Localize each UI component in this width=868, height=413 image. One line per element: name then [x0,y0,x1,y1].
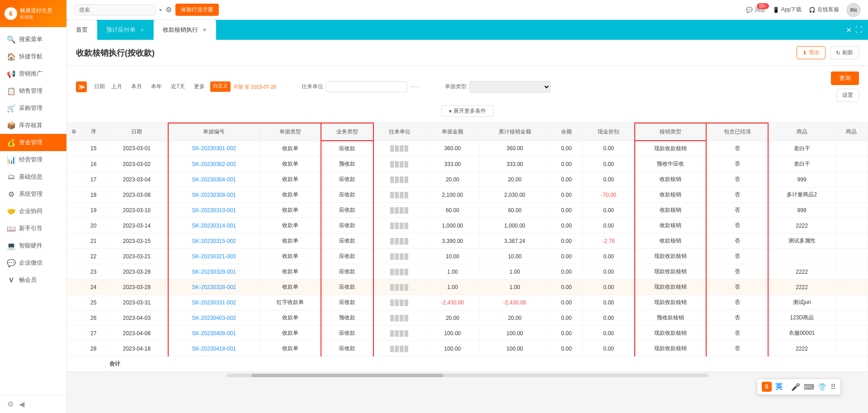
bill-no-link[interactable]: SK-20230418-001 [192,346,236,352]
bill-no-link[interactable]: SK-20230328-002 [168,280,259,295]
bill-type-filter-select[interactable] [469,81,551,93]
bill-no-link[interactable]: SK-20230301-002 [168,141,259,157]
ime-mic-icon[interactable]: 🎤 [791,383,800,391]
sidebar-item-guide[interactable]: 📖 新手引导 [0,220,66,237]
table-cell[interactable] [67,295,81,310]
bill-no-link[interactable]: SK-20230308-001 [192,192,236,198]
partner-filter-input[interactable] [326,81,407,92]
tab-prepay[interactable]: 预计应付单 ✕ [97,20,154,40]
bill-no-link[interactable]: SK-20230314-001 [192,223,236,229]
ime-bar: S 英 · 🎤 ⌨ 👕 ⠿ [757,379,841,395]
query-btn[interactable]: 查询 [831,71,859,85]
bill-no-link[interactable]: SK-20230315-002 [168,233,259,249]
ime-keyboard-icon[interactable]: ⌨ [804,383,814,391]
table-cell: 123D商品 [768,310,835,326]
ime-english-icon[interactable]: 英 [775,382,783,392]
more-date-btn[interactable]: 更多 [190,81,208,92]
bill-no-link[interactable]: SK-20230310-001 [192,207,236,214]
horizontal-scrollbar[interactable] [67,372,868,379]
bill-no-link[interactable]: SK-20230408-001 [192,330,236,337]
this-year-btn[interactable]: 本年 [147,81,165,92]
bill-no-link[interactable]: SK-20230302-002 [168,157,259,172]
more-options-icon[interactable]: ··· [410,82,420,91]
user-avatar[interactable]: Rit [846,3,861,17]
table-cell[interactable] [67,326,81,341]
table-cell[interactable] [67,249,81,264]
maximize-icon[interactable]: ⛶ [855,26,863,34]
tab-cancel-exec-close-icon[interactable]: ✕ [203,27,207,33]
bill-no-link[interactable]: SK-20230418-001 [168,341,259,356]
bill-no-link[interactable]: SK-20230301-002 [192,145,236,152]
sidebar-item-quicknav[interactable]: 🏠 快捷导航 [0,48,66,65]
settings-bottom-icon[interactable]: ⚙ [7,400,14,408]
bill-no-link[interactable]: SK-20230304-001 [168,172,259,187]
collapse-icon[interactable]: ◀ [19,400,24,408]
app-download-btn[interactable]: 📱 App下载 [773,6,802,14]
sidebar-item-purchase[interactable]: 🛒 采购管理 [0,100,66,117]
sidebar-item-wechat[interactable]: 💬 企业微信 [0,254,66,271]
sidebar-item-member[interactable]: V 畅会员 [0,271,66,289]
bill-no-link[interactable]: SK-20230314-001 [168,218,259,233]
topbar-gear-icon[interactable]: ⚙ [165,5,172,14]
bill-no-link[interactable]: SK-20230331-002 [168,295,259,310]
col-header-gear[interactable]: ⚙ [67,123,81,141]
bill-no-link[interactable]: SK-20230328-001 [192,269,236,275]
sidebar-item-label: 营销推广 [19,70,42,78]
this-month-btn[interactable]: 本月 [127,81,146,92]
bill-no-link[interactable]: SK-20230315-002 [192,238,236,244]
last-month-btn[interactable]: 上月 [108,81,126,92]
table-cell[interactable] [67,310,81,326]
col-header-bill-no: 单据编号 [168,123,259,141]
expand-conditions-btn[interactable]: ▾ 展开更多条件 [441,105,494,117]
sidebar-item-finance[interactable]: 💰 资金管理 [0,134,66,151]
industry-btn[interactable]: 体验行业方案 [175,4,219,16]
bill-no-link[interactable]: SK-20230403-002 [192,315,236,321]
last-7-days-btn[interactable]: 近7天 [167,81,189,92]
table-cell[interactable] [67,157,81,172]
sidebar-item-hardware[interactable]: 💻 智能硬件 [0,237,66,254]
bill-no-link[interactable]: SK-20230304-001 [192,176,236,183]
bill-no-link[interactable]: SK-20230408-001 [168,326,259,341]
bill-no-link[interactable]: SK-20230328-002 [192,284,236,290]
table-cell[interactable] [67,341,81,356]
close-window-icon[interactable]: ✕ [846,26,852,34]
tab-home[interactable]: 首页 [67,20,97,40]
sidebar-item-inventory[interactable]: 📦 库存核算 [0,117,66,134]
sidebar-item-search[interactable]: 🔍 搜索菜单 [0,31,66,48]
tab-cancel-exec[interactable]: 收款核销执行 ✕ [154,20,216,40]
table-cell[interactable] [67,172,81,187]
sidebar-item-basic[interactable]: 🗂 基础信息 [0,168,66,185]
sidebar-item-enterprise[interactable]: 🤝 企业协同 [0,203,66,220]
table-cell[interactable] [67,264,81,280]
tab-prepay-close-icon[interactable]: ✕ [140,27,144,33]
sidebar-item-sales[interactable]: 📋 销售管理 [0,82,66,100]
bill-no-link[interactable]: SK-20230302-002 [192,161,236,167]
table-cell[interactable] [67,187,81,203]
custom-date-btn[interactable]: 自定义 [210,81,231,92]
filter-toggle-btn[interactable]: ≫ [76,81,87,92]
bill-no-link[interactable]: SK-20230403-002 [168,310,259,326]
refresh-btn[interactable]: ↻ 刷新 [830,46,859,59]
topbar-search[interactable] [74,5,156,15]
table-cell[interactable] [67,141,81,157]
bill-no-link[interactable]: SK-20230321-003 [168,249,259,264]
table-cell[interactable] [67,203,81,218]
messages-btn[interactable]: 💬 消息 99+ [746,6,765,14]
bill-no-link[interactable]: SK-20230308-001 [168,187,259,203]
table-cell[interactable] [67,280,81,295]
sidebar-item-operation[interactable]: 📊 经营管理 [0,151,66,168]
bill-no-link[interactable]: SK-20230328-001 [168,264,259,280]
table-cell: 3,387.24 [479,233,550,249]
sidebar-item-marketing[interactable]: 📢 营销推广 [0,65,66,82]
filter-settings-btn[interactable]: 设置 [836,89,859,102]
ime-shirt-icon[interactable]: 👕 [818,383,827,391]
table-cell[interactable] [67,233,81,249]
online-service-btn[interactable]: 🎧 在线客服 [809,6,839,14]
bill-no-link[interactable]: SK-20230331-002 [192,299,236,306]
bill-no-link[interactable]: SK-20230321-003 [192,253,236,260]
export-btn[interactable]: ⬆ 导出 [797,46,826,59]
ime-grid-icon[interactable]: ⠿ [830,383,836,391]
bill-no-link[interactable]: SK-20230310-001 [168,203,259,218]
sidebar-item-system[interactable]: ⚙ 系统管理 [0,185,66,203]
table-cell[interactable] [67,218,81,233]
